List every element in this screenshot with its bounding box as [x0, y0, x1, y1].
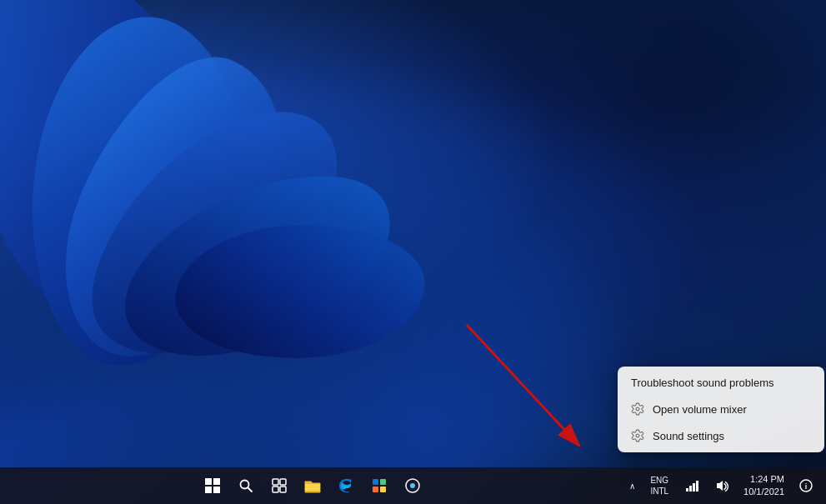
- notifications-icon: i: [799, 479, 813, 492]
- desktop: Troubleshoot sound problems Open volume …: [0, 0, 826, 504]
- svg-rect-7: [213, 487, 220, 493]
- cortana-icon: [404, 477, 421, 494]
- svg-rect-13: [280, 487, 286, 492]
- svg-point-3: [636, 434, 639, 437]
- svg-rect-4: [205, 478, 212, 485]
- svg-rect-20: [686, 488, 688, 492]
- search-icon: [238, 478, 253, 493]
- svg-rect-11: [280, 479, 286, 485]
- edge-button[interactable]: [331, 471, 361, 501]
- language-button[interactable]: ENGINTL: [643, 472, 675, 500]
- gear-icon-volume: [631, 402, 644, 416]
- task-view-icon: [272, 478, 287, 493]
- menu-item-volume-mixer-label: Open volume mixer: [653, 403, 747, 416]
- clock-time: 1:24 PM: [743, 473, 784, 486]
- taskbar: ∧ ENGINTL: [0, 467, 826, 504]
- svg-point-2: [636, 407, 639, 411]
- svg-rect-22: [693, 483, 695, 492]
- menu-item-troubleshoot[interactable]: Troubleshoot sound problems: [618, 370, 824, 396]
- clock-date: 10/1/2021: [743, 486, 784, 498]
- store-icon: [371, 477, 388, 494]
- windows-logo-icon: [205, 478, 220, 493]
- language-label: ENGINTL: [650, 475, 668, 497]
- chevron-up-icon: ∧: [629, 482, 635, 491]
- notifications-button[interactable]: i: [793, 476, 819, 496]
- menu-item-volume-mixer[interactable]: Open volume mixer: [618, 396, 824, 422]
- menu-item-troubleshoot-label: Troubleshoot sound problems: [631, 377, 774, 389]
- svg-rect-6: [205, 487, 212, 493]
- svg-rect-23: [696, 481, 698, 492]
- gear-icon-sound: [631, 429, 644, 442]
- search-button[interactable]: [231, 471, 261, 501]
- taskbar-left: [0, 471, 624, 501]
- menu-item-sound-settings-label: Sound settings: [653, 430, 724, 442]
- volume-icon: [715, 479, 728, 492]
- task-view-button[interactable]: [264, 471, 294, 501]
- svg-rect-14: [373, 479, 378, 485]
- network-icon: [685, 479, 698, 492]
- menu-item-sound-settings[interactable]: Sound settings: [618, 422, 824, 449]
- svg-point-19: [410, 483, 415, 488]
- svg-rect-15: [380, 479, 386, 485]
- context-menu: Troubleshoot sound problems Open volume …: [618, 367, 824, 452]
- svg-rect-21: [689, 486, 692, 492]
- file-explorer-icon: [304, 478, 321, 493]
- file-explorer-button[interactable]: [298, 471, 328, 501]
- volume-button[interactable]: [708, 476, 735, 496]
- network-button[interactable]: [678, 476, 705, 496]
- edge-icon: [338, 477, 354, 494]
- clock[interactable]: 1:24 PM 10/1/2021: [738, 472, 789, 501]
- show-hidden-icons-button[interactable]: ∧: [624, 478, 640, 494]
- start-button[interactable]: [198, 471, 228, 501]
- svg-rect-17: [380, 487, 386, 492]
- svg-text:i: i: [805, 482, 808, 491]
- taskbar-right: ∧ ENGINTL: [624, 472, 826, 501]
- svg-rect-16: [373, 487, 378, 492]
- svg-rect-12: [273, 487, 278, 492]
- svg-rect-10: [273, 479, 278, 485]
- svg-marker-24: [717, 481, 723, 491]
- lang-text: ENGINTL: [650, 475, 668, 497]
- svg-line-9: [248, 488, 252, 492]
- svg-rect-5: [213, 478, 220, 485]
- cortana-button[interactable]: [398, 471, 428, 501]
- store-button[interactable]: [364, 471, 394, 501]
